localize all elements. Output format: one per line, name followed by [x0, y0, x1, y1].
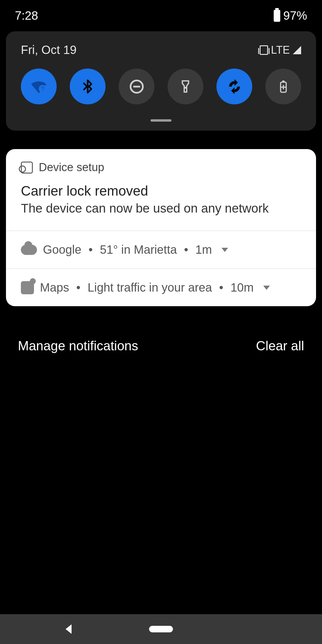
qs-expand-handle[interactable] — [151, 119, 171, 122]
notification-shade: Device setup Carrier lock removed The de… — [6, 149, 316, 306]
qs-date[interactable]: Fri, Oct 19 — [21, 43, 77, 57]
comment-body: "Earlier this year, however, Verizon dec… — [52, 575, 307, 603]
svg-text:?: ? — [41, 86, 44, 92]
notification-age: 1m — [195, 243, 212, 256]
svg-point-4 — [185, 87, 186, 89]
status-time: 7:28 — [15, 9, 38, 22]
notification-summary: 51° in Marietta — [100, 243, 177, 256]
flag-icon[interactable] — [298, 547, 307, 556]
upvote-icon[interactable] — [36, 445, 44, 449]
chevron-down-icon[interactable] — [222, 248, 228, 252]
battery-icon — [274, 10, 280, 22]
comment-author[interactable]: P. Sherman — [84, 545, 148, 558]
flag-icon[interactable] — [298, 394, 307, 403]
notification-app-name: Google — [43, 243, 81, 256]
separator: • — [89, 243, 93, 256]
shade-footer: Manage notifications Clear all — [6, 332, 316, 359]
device-setup-icon — [21, 162, 33, 174]
reply-button[interactable]: Reply — [91, 517, 122, 530]
comment-body: Why him? — [35, 498, 307, 513]
notification-app-name: Maps — [40, 281, 69, 294]
avatar[interactable] — [52, 544, 77, 569]
downvote-icon[interactable] — [66, 521, 73, 525]
comment-body: Thanks, Ajit Pai. — [15, 422, 307, 436]
battery-percent: 97% — [283, 9, 307, 22]
downvote-icon[interactable] — [52, 365, 60, 369]
navigation-bar — [0, 614, 322, 644]
qs-tile-bluetooth[interactable] — [70, 69, 106, 104]
comment-time: 11 hours ago — [47, 406, 267, 419]
avatar[interactable] — [35, 468, 59, 492]
quick-settings-panel: Fri, Oct 19 LTE ? — [6, 31, 316, 131]
svg-rect-6 — [282, 80, 284, 82]
reply-to: P. Sherman — [125, 468, 186, 482]
vibrate-icon — [260, 45, 268, 55]
status-bar: 7:28 97% — [0, 0, 322, 31]
clear-all-button[interactable]: Clear all — [256, 338, 304, 353]
comment-author[interactable]: netizen — [66, 468, 107, 482]
cloud-icon — [21, 245, 37, 255]
vote-count: 48 — [15, 361, 27, 374]
upvote-icon[interactable] — [36, 365, 44, 369]
notification-device-setup[interactable]: Device setup Carrier lock removed The de… — [6, 149, 316, 230]
comment: P. Sherman ➔ netizen 7 hours ago – "Earl… — [33, 544, 307, 603]
notification-app-name: Device setup — [39, 161, 104, 174]
vote-count: 1 — [35, 517, 41, 530]
comment: P. Sherman 11 hours ago – Thanks, Ajit P… — [15, 391, 307, 453]
collapse-button[interactable]: – — [274, 391, 289, 406]
notification-age: 10m — [230, 281, 254, 294]
reply-to: netizen — [165, 545, 204, 558]
separator: • — [184, 243, 188, 256]
notification-body: The device can now be used on any networ… — [21, 201, 301, 216]
comment-time: 7 hours ago — [66, 483, 267, 495]
separator: • — [219, 281, 223, 294]
reply-button[interactable]: Reply — [78, 361, 108, 374]
qs-tile-battery-saver[interactable] — [265, 69, 301, 104]
flag-icon[interactable] — [298, 471, 307, 480]
notification-title: Carrier lock removed — [21, 183, 301, 199]
collapse-button[interactable]: – — [274, 544, 289, 559]
comment-author[interactable]: P. Sherman — [47, 391, 111, 405]
comment: netizen ➔ P. Sherman 7 hours ago – Why h… — [15, 468, 307, 530]
notification-summary: Light traffic in your area — [88, 281, 212, 294]
qs-tile-wifi[interactable]: ? — [21, 69, 57, 104]
reply-button[interactable]: Reply — [78, 440, 108, 453]
reply-arrow-icon: ➔ — [152, 544, 162, 558]
downvote-icon[interactable] — [52, 445, 60, 449]
qs-tile-autorotate[interactable] — [216, 69, 252, 104]
chevron-down-icon[interactable] — [263, 286, 270, 290]
back-button[interactable] — [66, 624, 72, 634]
home-pill[interactable] — [149, 626, 173, 632]
upvote-icon[interactable] — [50, 521, 57, 525]
separator: • — [76, 281, 80, 294]
collapse-button[interactable]: – — [274, 468, 289, 483]
vote-count: 87 — [15, 440, 27, 453]
qs-tiles: ? — [21, 69, 301, 104]
maps-icon — [21, 281, 34, 294]
reply-arrow-icon: ➔ — [111, 468, 121, 482]
signal-icon — [293, 46, 301, 54]
notification-weather[interactable]: Google • 51° in Marietta • 1m — [6, 231, 316, 268]
comment-time: 7 hours ago — [84, 559, 267, 572]
network-label: LTE — [271, 44, 290, 56]
qs-tile-dnd[interactable] — [119, 69, 154, 104]
avatar[interactable] — [15, 391, 39, 416]
qs-tile-flashlight[interactable] — [168, 69, 203, 104]
manage-notifications-button[interactable]: Manage notifications — [18, 338, 138, 353]
notification-maps[interactable]: Maps • Light traffic in your area • 10m — [6, 269, 316, 306]
